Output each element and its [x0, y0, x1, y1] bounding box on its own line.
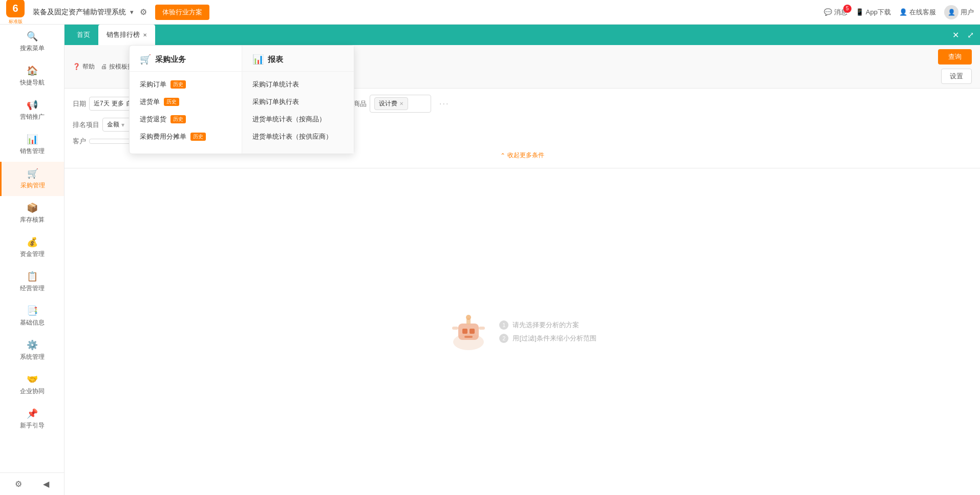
message-item[interactable]: 💬 消息 5 [824, 8, 847, 17]
guide-icon: 📌 [27, 408, 38, 419]
rank-label: 排名项目 [73, 120, 99, 130]
dropdown-item-expense[interactable]: 采购费用分摊单 历史 [130, 128, 242, 145]
item-label-delivery-by-goods: 进货单统计表（按商品） [252, 115, 326, 124]
sidebar-item-search[interactable]: 🔍 搜索菜单 [0, 25, 64, 59]
goods-tag-remove[interactable]: ✕ [399, 101, 403, 106]
basic-icon: 📑 [27, 305, 38, 316]
help-label: 帮助 [82, 62, 95, 71]
purchase-col-icon: 🛒 [140, 54, 151, 65]
history-badge-3: 历史 [190, 133, 206, 141]
print-icon: 🖨 [101, 63, 107, 70]
avatar-icon: 👤 [948, 9, 955, 16]
system-icon: ⚙️ [27, 339, 38, 351]
hint-num-1: 1 [499, 320, 508, 330]
dropdown-item-order-exec[interactable]: 采购订单执行表 [242, 93, 354, 111]
toolbar-right-group: 查询 设置 [938, 49, 972, 84]
date-range-more[interactable]: 更多 [112, 99, 124, 108]
report-section-label: 报表 [268, 55, 283, 64]
empty-hint-1: 1 请先选择要分析的方案 [499, 320, 596, 330]
main-content: 1 请先选择要分析的方案 2 用[过滤]条件来缩小分析范围 [65, 168, 980, 495]
sidebar: 🔍 搜索菜单 🏠 快捷导航 📢 营销推广 📊 销售管理 🛒 采购管理 📦 [0, 25, 65, 495]
sidebar-item-guide[interactable]: 📌 新手引导 [0, 402, 64, 436]
sidebar-item-nav[interactable]: 🏠 快捷导航 [0, 59, 64, 93]
sidebar-label-collab: 企业协同 [20, 387, 45, 396]
report-col-header: 📊 报表 [242, 54, 354, 72]
sidebar-item-system[interactable]: ⚙️ 系统管理 [0, 333, 64, 368]
dropdown-item-delivery[interactable]: 进货单 历史 [130, 93, 242, 111]
help-icon: ❓ [73, 63, 80, 70]
purchase-col-header: 🛒 采购业务 [130, 54, 242, 72]
sidebar-label-purchase: 采购管理 [20, 181, 45, 190]
tab-close-button[interactable]: ✕ [950, 28, 961, 42]
collab-icon: 🤝 [27, 374, 38, 385]
svg-rect-3 [470, 329, 475, 334]
operation-icon: 📋 [27, 271, 38, 282]
purchase-section-label: 采购业务 [155, 55, 186, 64]
tab-sales-rank[interactable]: 销售排行榜 ✕ [98, 25, 155, 45]
tab-expand-button[interactable]: ⤢ [965, 28, 976, 42]
industry-button[interactable]: 体验行业方案 [155, 5, 209, 20]
sidebar-item-purchase[interactable]: 🛒 采购管理 [0, 162, 64, 196]
svg-point-6 [466, 315, 471, 320]
top-bar-system: 装备及固定资产辅助管理系统 ▾ ⚙ 体验行业方案 [33, 5, 824, 20]
date-label: 日期 [73, 99, 86, 109]
goods-input[interactable]: 设计费 ✕ [370, 95, 431, 113]
top-right: 💬 消息 5 📱 App下载 👤 在线客服 👤 用户 [824, 5, 974, 19]
filter-more-dots-1[interactable]: ··· [439, 99, 449, 109]
sidebar-item-marketing[interactable]: 📢 营销推广 [0, 93, 64, 127]
help-button[interactable]: ❓ 帮助 [73, 62, 95, 71]
sidebar-item-sales[interactable]: 📊 销售管理 [0, 127, 64, 162]
tab-home-label: 首页 [77, 30, 90, 39]
sidebar-item-inventory[interactable]: 📦 库存核算 [0, 196, 64, 230]
sidebar-collapse-icon[interactable]: ◀ [43, 479, 49, 489]
sidebar-item-finance[interactable]: 💰 资金管理 [0, 230, 64, 265]
tab-home[interactable]: 首页 [69, 25, 98, 45]
goods-tag: 设计费 ✕ [374, 97, 408, 110]
service-icon: 👤 [899, 8, 907, 16]
sidebar-label-operation: 经营管理 [20, 284, 45, 293]
avatar: 👤 [944, 5, 958, 19]
date-range-7days[interactable]: 近7天 [94, 99, 110, 108]
rank-value: 金额 [107, 120, 119, 129]
user-item[interactable]: 👤 用户 [944, 5, 974, 19]
logo-area: 6 标准版 [6, 0, 25, 25]
sidebar-settings-icon[interactable]: ⚙ [15, 479, 22, 489]
online-service-item[interactable]: 👤 在线客服 [899, 8, 936, 17]
finance-icon: 💰 [27, 236, 38, 248]
sidebar-bottom: ⚙ ◀ [0, 472, 64, 495]
item-label-return: 进货退货 [140, 115, 166, 124]
message-badge: 5 [843, 5, 851, 13]
goods-filter: 商品 设计费 ✕ [353, 95, 431, 113]
message-icon: 💬 [824, 8, 832, 16]
query-button[interactable]: 查询 [938, 49, 972, 64]
purchase-icon: 🛒 [27, 168, 38, 179]
sidebar-item-operation[interactable]: 📋 经营管理 [0, 265, 64, 299]
item-label-purchase-order: 采购订单 [140, 80, 166, 89]
main-area: 🔍 搜索菜单 🏠 快捷导航 📢 营销推广 📊 销售管理 🛒 采购管理 📦 [0, 25, 980, 495]
settings-icon[interactable]: ⚙ [140, 7, 147, 17]
sidebar-label-marketing: 营销推广 [20, 113, 45, 121]
dropdown-item-return[interactable]: 进货退货 历史 [130, 111, 242, 128]
collapse-button[interactable]: ⌃ 收起更多条件 [500, 151, 544, 160]
set-button[interactable]: 设置 [941, 69, 972, 84]
collapse-label: 收起更多条件 [507, 151, 544, 160]
sidebar-item-collab[interactable]: 🤝 企业协同 [0, 368, 64, 402]
customer-label: 客户 [73, 137, 86, 146]
system-dropdown-icon[interactable]: ▾ [130, 8, 134, 16]
sidebar-item-basic[interactable]: 📑 基础信息 [0, 299, 64, 333]
tab-close-icon[interactable]: ✕ [143, 32, 147, 38]
item-label-expense: 采购费用分摊单 [140, 132, 186, 141]
system-name: 装备及固定资产辅助管理系统 [33, 8, 126, 17]
svg-rect-8 [479, 327, 485, 330]
hint-text-2: 用[过滤]条件来缩小分析范围 [513, 334, 596, 343]
history-badge-1: 历史 [164, 98, 179, 106]
dropdown-item-delivery-by-supplier[interactable]: 进货单统计表（按供应商） [242, 128, 354, 145]
report-col-icon: 📊 [252, 54, 264, 65]
dropdown-item-purchase-order[interactable]: 采购订单 历史 [130, 76, 242, 93]
dropdown-item-order-stats[interactable]: 采购订单统计表 [242, 76, 354, 93]
app-download-item[interactable]: 📱 App下载 [856, 8, 891, 17]
empty-icon-area: 1 请先选择要分析的方案 2 用[过滤]条件来缩小分析范围 [448, 311, 596, 352]
app-download-label: App下载 [866, 8, 891, 17]
rank-caret-icon: ▾ [121, 121, 124, 128]
dropdown-item-delivery-by-goods[interactable]: 进货单统计表（按商品） [242, 111, 354, 128]
